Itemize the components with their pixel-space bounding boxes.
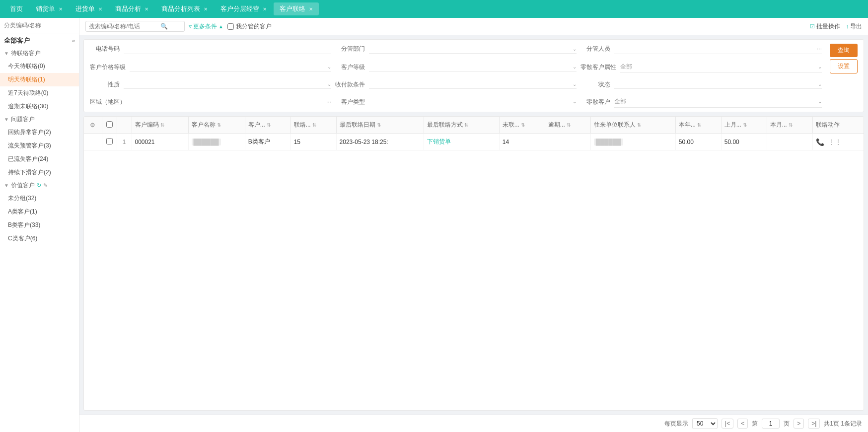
sort-icon-8[interactable]: ⇅ [567,122,571,128]
toolbar-search-input[interactable] [89,23,158,30]
filter-dept-label: 分管部门 [335,45,365,53]
row-select-checkbox[interactable] [106,138,113,144]
sidebar-item-tomorrow-contact[interactable]: 明天待联络(1) [0,73,79,86]
filter-retail-attr: 零散客户属性 全部 ⌄ [580,61,822,73]
contact-more-icon[interactable]: ⋮⋮ [828,138,842,146]
nav-goods-analysis-list[interactable]: 商品分析列表 ✕ [155,2,214,15]
filter-row-3: 性质 ⌄ 收付款条件 ⌄ [90,80,822,89]
filter-phone-input[interactable] [124,44,331,54]
batch-operation-btn[interactable]: ☑ 批量操作 [810,22,840,31]
sidebar-group-problem-customers[interactable]: ▼ 问题客户 [0,113,79,126]
caret-icon-9: ⌄ [818,99,822,104]
filter-region-dots[interactable]: ··· [326,98,331,105]
sort-icon-11[interactable]: ⇅ [743,122,747,128]
sort-icon-12[interactable]: ⇅ [789,122,793,128]
export-btn[interactable]: ↑ 导出 [846,22,863,31]
sort-icon-10[interactable]: ⇅ [697,122,701,128]
sort-icon-9[interactable]: ⇅ [637,122,641,128]
nav-purchase[interactable]: 进货单 ✕ [70,2,108,15]
sort-icon-7[interactable]: ⇅ [521,122,525,128]
blurred-name: ██████ [192,139,221,145]
sort-icon-6[interactable]: ⇅ [464,122,468,128]
filter-payment-select[interactable]: ⌄ [369,80,577,89]
nav-customer-tier[interactable]: 客户分层经营 ✕ [215,2,273,15]
table-gear-icon[interactable]: ⚙ [90,122,95,129]
filter-nature: 性质 ⌄ [90,80,331,89]
sidebar-item-lost-risk[interactable]: 流失预警客户(3) [0,139,79,152]
sidebar-item-class-c[interactable]: C类客户(6) [0,232,79,245]
row-contact-count: 15 [290,134,336,150]
row-overdue [545,134,590,150]
sidebar-search-input[interactable] [4,22,78,29]
nav-close-purchase[interactable]: ✕ [98,6,102,12]
filter-price-level-select[interactable]: ⌄ [130,63,331,72]
filter-dots-icon[interactable]: ··· [817,45,822,52]
col-checkbox [102,117,117,134]
toolbar-search-box: 🔍 [85,21,185,32]
sidebar-item-overdue-contact[interactable]: 逾期未联络(30) [0,100,79,113]
page-size-select[interactable]: 50 10 20 100 [692,418,718,429]
filter-retail-attr-select[interactable]: 全部 ⌄ [620,61,822,73]
sort-icon-5[interactable]: ⇅ [377,122,381,128]
settings-button[interactable]: 设置 [830,59,858,73]
sidebar-group-value-customers[interactable]: ▼ 价值客户 ↻ ✎ [0,179,79,192]
nav-close-sales[interactable]: ✕ [59,6,63,12]
nav-close-goods-analysis[interactable]: ✕ [145,6,148,12]
prev-page-btn[interactable]: < [737,419,748,429]
sidebar-item-repurchase-abnormal[interactable]: 回购异常客户(2) [0,126,79,139]
next-page-btn[interactable]: > [794,419,804,429]
sidebar-item-class-b[interactable]: B类客户(33) [0,218,79,232]
refresh-icon[interactable]: ↻ [37,182,41,189]
query-button[interactable]: 查询 [830,44,858,57]
sidebar-item-already-lost[interactable]: 已流失客户(24) [0,152,79,166]
toolbar-search-icon[interactable]: 🔍 [160,23,168,30]
filter-more-btn[interactable]: ▿ 更多条件 ▲ [189,22,223,31]
page-input[interactable] [762,419,780,429]
filter-nature-select[interactable]: ⌄ [124,80,331,89]
filter-status-select[interactable]: ⌄ [614,80,822,89]
nav-sales[interactable]: 销货单 ✕ [30,2,69,15]
customer-table: ⚙ 客户编码 ⇅ [84,117,864,150]
filter-row-1: 电话号码 分管部门 ⌄ 分管人员 [90,44,822,54]
col-last-month: 上月... ⇅ [721,117,767,134]
nav-customer-contact[interactable]: 客户联络 ✕ [274,2,319,15]
sidebar-item-class-a[interactable]: A类客户(1) [0,205,79,218]
nav-goods-analysis[interactable]: 商品分析 ✕ [109,2,154,15]
filter-status: 状态 ⌄ [580,80,822,89]
contact-phone-icon[interactable]: 📞 [816,138,824,146]
sidebar-item-today-contact[interactable]: 今天待联络(0) [0,60,79,73]
batch-icon: ☑ [810,23,815,30]
sort-icon-4[interactable]: ⇅ [312,122,316,128]
sidebar-item-continuous-decline[interactable]: 持续下滑客户(2) [0,166,79,179]
sort-icon[interactable]: ⇅ [160,122,164,128]
last-page-btn[interactable]: >| [808,419,820,429]
page-label: 第 [752,420,758,428]
first-page-btn[interactable]: |< [722,419,733,429]
filter-region-select[interactable]: ··· [130,97,331,107]
nav-close-customer-contact[interactable]: ✕ [309,6,313,12]
filter-manager-select[interactable]: ··· [614,44,822,54]
sidebar-all-customers[interactable]: 全部客户 « [0,33,79,47]
sidebar-item-unclassified[interactable]: 未分组(32) [0,192,79,205]
edit-icon[interactable]: ✎ [43,182,48,189]
nav-close-customer-tier[interactable]: ✕ [263,6,267,12]
filter-dept-select[interactable]: ⌄ [369,45,577,54]
last-contact-method-link[interactable]: 下销货单 [427,138,451,145]
row-number: 1 [117,134,132,150]
my-customer-check[interactable] [227,23,234,30]
filter-price-level: 客户价格等级 ⌄ [90,63,331,72]
filter-customer-type-select[interactable]: ⌄ [369,97,577,106]
sidebar-item-week-contact[interactable]: 近7天待联络(0) [0,86,79,100]
filter-retail-attr-label: 零散客户属性 [580,63,616,72]
filter-retail-customer-select[interactable]: 全部 ⌄ [614,96,822,108]
select-all-checkbox[interactable] [106,121,113,128]
sort-icon-3[interactable]: ⇅ [267,122,271,128]
col-contact-count: 联络... ⇅ [290,117,336,134]
filter-customer-level-select[interactable]: ⌄ [369,63,577,72]
sort-icon-2[interactable]: ⇅ [217,122,221,128]
sidebar-collapse-icon[interactable]: « [72,38,75,44]
my-customer-checkbox[interactable]: 我分管的客户 [227,22,272,31]
nav-home[interactable]: 首页 [4,2,29,15]
sidebar-group-pending-contact[interactable]: ▼ 待联络客户 [0,47,79,60]
nav-close-goods-analysis-list[interactable]: ✕ [204,6,208,12]
